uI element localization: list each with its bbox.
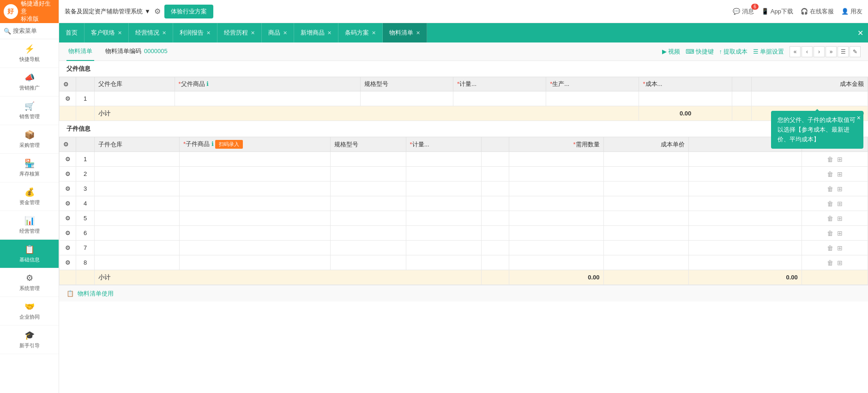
shortcut-link[interactable]: ⌨ 快捷键	[686, 48, 714, 56]
delete-icon-1[interactable]: 🗑	[827, 156, 833, 163]
child-cell-spec-5[interactable]	[331, 211, 406, 226]
sidebar-item-purchase[interactable]: 📦 采购管理	[0, 125, 59, 154]
delete-icon-5[interactable]: 🗑	[827, 215, 833, 222]
bottom-link[interactable]: 物料清单使用	[78, 290, 114, 298]
child-cell-warehouse-3[interactable]	[95, 181, 180, 196]
child-cell-qty-3[interactable]	[509, 181, 603, 196]
child-cell-qty-4[interactable]	[509, 196, 603, 211]
sidebar-item-inventory[interactable]: 🏪 库存核算	[0, 154, 59, 182]
child-cell-product-2[interactable]	[179, 167, 330, 181]
parent-cell-unit-1[interactable]	[453, 91, 546, 106]
delete-icon-6[interactable]: 🗑	[827, 230, 833, 237]
copy-icon-2[interactable]: ⊞	[837, 170, 843, 178]
child-cell-product-4[interactable]	[179, 196, 330, 211]
page-tab-bom-list[interactable]: 物料清单	[66, 42, 94, 61]
tab-ops-history[interactable]: 经营历程 ✕	[217, 23, 262, 42]
tab-close-icon[interactable]: ✕	[416, 30, 420, 36]
nav-next-button[interactable]: ›	[814, 46, 825, 57]
extract-cost-link[interactable]: ↑ 提取成本	[719, 48, 748, 56]
tab-barcode[interactable]: 条码方案 ✕	[338, 23, 383, 42]
child-cell-unit-1[interactable]	[406, 152, 482, 167]
child-cell-warehouse-4[interactable]	[95, 196, 180, 211]
child-cell-unit-2[interactable]	[406, 167, 482, 181]
child-cell-qty-8[interactable]	[509, 255, 603, 270]
delete-icon-3[interactable]: 🗑	[827, 185, 833, 193]
tab-close-icon[interactable]: ✕	[283, 30, 287, 36]
single-settings-link[interactable]: ☰ 单据设置	[753, 48, 784, 56]
system-title-dropdown[interactable]: 装备及固定资产辅助管理系统 ▼	[65, 7, 151, 16]
delete-icon-4[interactable]: 🗑	[827, 200, 833, 207]
nav-list-button[interactable]: ☰	[838, 46, 849, 57]
parent-cell-product-1[interactable]	[175, 91, 360, 106]
nav-edit-button[interactable]: ✎	[850, 46, 861, 57]
child-cell-unit-8[interactable]	[406, 255, 482, 270]
child-cell-product-6[interactable]	[179, 226, 330, 241]
parent-cell-cost-1[interactable]	[639, 91, 732, 106]
delete-icon-8[interactable]: 🗑	[827, 259, 833, 266]
nav-last-button[interactable]: »	[826, 46, 837, 57]
delete-icon-2[interactable]: 🗑	[827, 170, 833, 178]
child-cell-product-7[interactable]	[179, 241, 330, 255]
online-service-action[interactable]: 🎧 在线客服	[801, 7, 834, 16]
sidebar-item-enterprise[interactable]: 🤝 企业协同	[0, 297, 59, 326]
tab-bom[interactable]: 物料清单 ✕	[383, 23, 427, 42]
child-cell-spec-1[interactable]	[331, 152, 406, 167]
copy-icon-1[interactable]: ⊞	[837, 156, 843, 163]
sidebar-item-finance[interactable]: 💰 资金管理	[0, 182, 59, 211]
page-tab-bom-code[interactable]: 物料清单编码 0000005	[103, 42, 169, 61]
sidebar-item-guide[interactable]: 🎓 新手引导	[0, 326, 59, 354]
message-action[interactable]: 💬 消息 6	[733, 7, 754, 16]
child-cell-qty-5[interactable]	[509, 211, 603, 226]
child-cell-warehouse-5[interactable]	[95, 211, 180, 226]
tab-close-icon[interactable]: ✕	[162, 30, 166, 36]
nav-close-button[interactable]: ✕	[853, 23, 868, 42]
tab-close-icon[interactable]: ✕	[206, 30, 211, 36]
tab-products[interactable]: 商品 ✕	[262, 23, 294, 42]
trial-plan-button[interactable]: 体验行业方案	[164, 5, 213, 18]
child-cell-product-5[interactable]	[179, 211, 330, 226]
sidebar-search[interactable]: 🔍 搜索菜单	[0, 23, 59, 39]
tab-operations-status[interactable]: 经营情况 ✕	[129, 23, 173, 42]
child-cell-unit-7[interactable]	[406, 241, 482, 255]
child-cell-qty-2[interactable]	[509, 167, 603, 181]
child-cell-unit-3[interactable]	[406, 181, 482, 196]
child-cell-unit-4[interactable]	[406, 196, 482, 211]
child-cell-product-1[interactable]	[179, 152, 330, 167]
tab-customers[interactable]: 客户联络 ✕	[84, 23, 129, 42]
tooltip-close-button[interactable]: ×	[857, 113, 861, 123]
child-cell-spec-3[interactable]	[331, 181, 406, 196]
tab-close-icon[interactable]: ✕	[327, 30, 332, 36]
tab-close-icon[interactable]: ✕	[118, 30, 122, 36]
copy-icon-8[interactable]: ⊞	[837, 259, 843, 266]
copy-icon-5[interactable]: ⊞	[837, 215, 843, 222]
child-cell-unit-6[interactable]	[406, 226, 482, 241]
copy-icon-4[interactable]: ⊞	[837, 200, 843, 207]
child-cell-spec-4[interactable]	[331, 196, 406, 211]
parent-cell-spec-1[interactable]	[360, 91, 453, 106]
child-cell-warehouse-1[interactable]	[95, 152, 180, 167]
sidebar-item-marketing[interactable]: 📣 营销推广	[0, 68, 59, 97]
video-link[interactable]: ▶ 视频	[662, 48, 680, 56]
child-cell-spec-8[interactable]	[331, 255, 406, 270]
gear-icon[interactable]: ⚙	[154, 7, 161, 16]
user-action[interactable]: 👤 用友	[841, 7, 862, 16]
copy-icon-6[interactable]: ⊞	[837, 230, 843, 237]
tab-home[interactable]: 首页	[59, 23, 84, 42]
child-cell-qty-6[interactable]	[509, 226, 603, 241]
child-cell-warehouse-2[interactable]	[95, 167, 180, 181]
child-cell-qty-7[interactable]	[509, 241, 603, 255]
child-cell-spec-7[interactable]	[331, 241, 406, 255]
child-cell-qty-1[interactable]	[509, 152, 603, 167]
sidebar-item-sales[interactable]: 🛒 销售管理	[0, 97, 59, 125]
nav-first-button[interactable]: «	[790, 46, 801, 57]
tab-profit-report[interactable]: 利润报告 ✕	[173, 23, 217, 42]
app-download-action[interactable]: 📱 App下载	[761, 7, 793, 16]
parent-cell-production-1[interactable]	[546, 91, 639, 106]
scan-input-button[interactable]: 扫码录入	[215, 140, 243, 149]
child-cell-product-8[interactable]	[179, 255, 330, 270]
sidebar-item-system[interactable]: ⚙ 系统管理	[0, 268, 59, 297]
sidebar-item-operations[interactable]: 📊 经营管理	[0, 211, 59, 240]
tab-close-icon[interactable]: ✕	[251, 30, 255, 36]
child-cell-product-3[interactable]	[179, 181, 330, 196]
copy-icon-3[interactable]: ⊞	[837, 185, 843, 193]
